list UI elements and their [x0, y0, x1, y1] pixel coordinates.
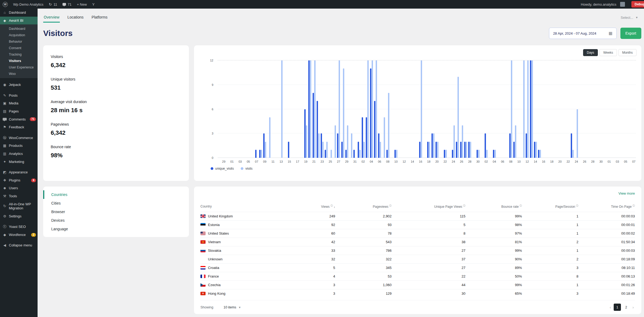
pagination-pages: 12 — [614, 304, 630, 311]
column-header-bounce-rate[interactable]: Bounce rateⓘ — [466, 204, 522, 209]
new-content-menu[interactable]: + New — [74, 0, 89, 9]
submenu-item-behavior[interactable]: Behavior — [0, 38, 38, 45]
wordfence-icon: ◆ — [3, 233, 7, 237]
x-tick-label: 26 — [460, 160, 464, 163]
sidebar-item-yoast-seo[interactable]: ⓎYoast SEO — [0, 223, 38, 231]
site-name: Wp Demo Analytics — [13, 2, 43, 6]
items-per-page-select[interactable]: 10 items ▾ — [224, 305, 240, 309]
x-tick-label — [488, 160, 492, 163]
filter-select[interactable]: Select... ▾ — [621, 16, 641, 20]
tab-locations[interactable]: Locations — [67, 13, 84, 23]
column-header-views[interactable]: Viewsⓘ↓ — [296, 204, 335, 209]
cell-pageviews: 345 — [335, 266, 391, 270]
sidebar-item-wordfence[interactable]: ◆Wordfence2 — [0, 231, 38, 239]
stats-list: Visitors6,342Unique visitors531Average v… — [51, 54, 181, 159]
updates-link[interactable]: ↻ 11 — [46, 0, 60, 9]
sidebar-item-label: Comments — [9, 117, 27, 122]
media-icon: ▣ — [3, 101, 7, 105]
sidebar-item-settings[interactable]: ⚙Settings — [0, 212, 38, 220]
legend-visits[interactable]: visits — [241, 167, 253, 170]
sidebar-item-collapse-menu[interactable]: ◀Collapse menu — [0, 241, 38, 249]
dimension-tab-devices[interactable]: Devices — [43, 216, 189, 225]
sidebar-item-wp-migration[interactable]: ↻All-in-One WP Migration — [0, 200, 38, 212]
country-cell: Hong Kong — [200, 292, 296, 296]
column-header-unique-page-views[interactable]: Unique Page Viewsⓘ — [391, 204, 465, 209]
bar-visits — [577, 109, 578, 158]
bar-group — [300, 60, 304, 158]
sidebar-item-appearance[interactable]: ◩Appearance — [0, 168, 38, 176]
column-header-time-on-page[interactable]: Time On Pageⓘ — [579, 204, 635, 209]
bar-group — [550, 60, 554, 158]
sidebar-item-users[interactable]: ☻Users — [0, 184, 38, 192]
sidebar-item-tools[interactable]: ⚒Tools — [0, 192, 38, 200]
menu-separator — [0, 89, 38, 92]
admin-bar: W Wp Demo Analytics ↻ 11 71 + New Y Howd… — [0, 0, 644, 9]
sidebar-item-posts[interactable]: ✎Posts — [0, 92, 38, 100]
bar-unique-visits — [304, 109, 306, 158]
view-more-link[interactable]: View more — [619, 191, 635, 195]
bar-unique-visits — [538, 150, 539, 158]
sidebar-item-pages[interactable]: ▤Pages — [0, 107, 38, 115]
sidebar-item-woocommerce[interactable]: ⓌWooCommerce — [0, 134, 38, 142]
column-header-page-session[interactable]: Page/Sessionⓘ — [522, 204, 578, 209]
bar-unique-visits — [353, 150, 355, 158]
page-button-1[interactable]: 1 — [614, 304, 621, 311]
tab-bar: OverviewLocationsPlatforms — [43, 12, 115, 23]
date-range-picker[interactable]: 28 Apr, 2024 - 07 Aug, 2024 ▦ — [549, 28, 616, 39]
gb-flag-icon — [200, 214, 206, 218]
yoast-admin-menu[interactable]: Y — [90, 0, 97, 9]
export-button[interactable]: Export — [620, 28, 641, 39]
sidebar-item-comments[interactable]: Comments71 — [0, 115, 38, 123]
sidebar-item-media[interactable]: ▣Media — [0, 99, 38, 107]
wordpress-menu[interactable]: W — [0, 0, 10, 9]
x-tick-label: 02 — [361, 160, 365, 163]
sidebar-item-plugins[interactable]: ❖Plugins6 — [0, 176, 38, 184]
bar-group — [291, 60, 295, 158]
table-row: United Kingdom2492,90211599%100:00:03 — [200, 212, 635, 220]
chart-plot: 036912 — [218, 60, 636, 158]
x-tick-label — [226, 160, 230, 163]
comments-link[interactable]: 71 — [60, 0, 74, 9]
dimension-tab-cities[interactable]: Cities — [43, 199, 189, 207]
sidebar-item-feedback[interactable]: ⚑Feedback — [0, 123, 38, 131]
range-tab-weeks[interactable]: Weeks — [599, 49, 617, 56]
sidebar-item-aesirx-bi[interactable]: ◈AesirX BI — [0, 17, 38, 25]
submenu-item-woo[interactable]: Woo — [0, 71, 38, 77]
bar-group — [378, 60, 382, 158]
column-header-pageviews[interactable]: Pageviewsⓘ — [335, 204, 391, 209]
collapse-menu-icon: ◀ — [3, 243, 7, 247]
submenu-item-consent[interactable]: Consent — [0, 45, 38, 51]
submenu-item-visitors[interactable]: Visitors — [0, 58, 38, 64]
range-tab-months[interactable]: Months — [619, 49, 636, 56]
bar-unique-visits — [534, 142, 535, 158]
chevron-down-icon: ▾ — [239, 305, 240, 309]
dimension-tab-browser[interactable]: Browser — [43, 207, 189, 216]
tab-platforms[interactable]: Platforms — [91, 13, 108, 23]
range-tab-days[interactable]: Days — [583, 49, 598, 56]
bar-group — [579, 60, 583, 158]
sidebar-item-analytics[interactable]: ▥Analytics — [0, 150, 38, 158]
bar-visits — [367, 60, 369, 158]
site-name-link[interactable]: Wp Demo Analytics — [10, 0, 46, 9]
page-header: Visitors 28 Apr, 2024 - 07 Aug, 2024 ▦ E… — [43, 27, 641, 40]
prev-page-button[interactable]: ‹ — [609, 305, 612, 309]
tab-overview[interactable]: Overview — [43, 13, 60, 23]
debug-button[interactable]: Debug — [631, 1, 644, 8]
dimension-tab-language[interactable]: Language — [43, 225, 189, 233]
submenu-item-user-experience[interactable]: User Experience — [0, 64, 38, 71]
sidebar-item-label: Settings — [9, 214, 36, 218]
sidebar-item-jetpack[interactable]: ◉Jetpack — [0, 81, 38, 89]
howdy-account-menu[interactable]: Howdy, demo.analytics — [578, 0, 629, 9]
sidebar-item-marketing[interactable]: ✦Marketing — [0, 158, 38, 166]
submenu-item-tracking[interactable]: Tracking — [0, 51, 38, 58]
next-page-button[interactable]: › — [631, 305, 635, 309]
submenu-item-dashboard[interactable]: Dashboard — [0, 25, 38, 32]
sidebar-item-dashboard[interactable]: ⌂Dashboard — [0, 9, 38, 17]
submenu-item-acquisition[interactable]: Acquisition — [0, 32, 38, 38]
sidebar-item-products[interactable]: ▦Products — [0, 142, 38, 150]
jetpack-icon: ◉ — [3, 83, 7, 87]
page-button-2[interactable]: 2 — [623, 304, 630, 311]
legend-unique-visits[interactable]: unique_visits — [211, 167, 234, 170]
dimension-tab-countries[interactable]: Countries — [43, 190, 189, 199]
column-header-country[interactable]: Country — [200, 205, 296, 208]
